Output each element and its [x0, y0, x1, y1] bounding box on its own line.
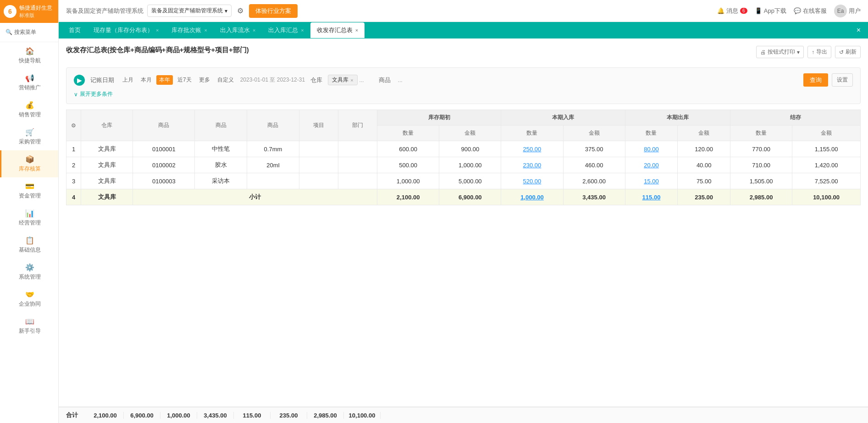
system-title: 装备及固定资产辅助管理系统	[66, 7, 144, 15]
print-button[interactable]: 🖨 按钮式打印 ▾	[756, 46, 804, 58]
date-opt-this-month[interactable]: 本月	[138, 75, 155, 85]
row-out-qty[interactable]: 15.00	[625, 173, 678, 189]
service-icon: 💬	[794, 7, 801, 14]
page-area: 收发存汇总表(按仓库+商品编码+商品+规格型号+项目+部门) 🖨 按钮式打印 ▾…	[59, 38, 868, 407]
tab-close-batch[interactable]: ×	[204, 27, 207, 33]
row-goods-spec	[247, 173, 299, 189]
goods-more[interactable]: ...	[398, 77, 403, 83]
th-department: 部门	[338, 110, 377, 141]
subtotal-row: 4 文具库 小计 2,100.00 6,900.00 1,000.00 3,43…	[66, 189, 861, 205]
subtotal-out-qty[interactable]: 115.00	[625, 189, 678, 205]
th-in-amt: 金额	[563, 126, 625, 141]
subtotal-warehouse: 文具库	[81, 189, 133, 205]
topbar: 装备及固定资产辅助管理系统 装备及固定资产辅助管理系统 ▾ ⚙ 体验行业方案 🔔…	[59, 0, 868, 22]
subtotal-out-amt: 235.00	[678, 189, 730, 205]
filter-bar: ▶ 记账日期 上月 本月 本年 近7天 更多 自定义 2023-01-01 至 …	[66, 67, 861, 104]
row-in-qty[interactable]: 230.00	[501, 157, 563, 173]
settings-button[interactable]: 设置	[832, 73, 853, 87]
sidebar-item-purchase[interactable]: 🛒 采购管理	[0, 123, 58, 150]
sidebar-item-inventory[interactable]: 📦 库存核算	[0, 150, 58, 177]
subtotal-in-qty[interactable]: 1,000.00	[501, 189, 563, 205]
system-dropdown[interactable]: 装备及固定资产辅助管理系统 ▾	[147, 5, 232, 17]
system-icon: ⚙️	[25, 263, 34, 272]
table-row: 3 文具库 0100003 采访本 1,000.00 5,000.00 520.…	[66, 173, 861, 189]
tab-inout-summary[interactable]: 出入库汇总 ×	[262, 22, 310, 38]
date-opt-custom[interactable]: 自定义	[215, 75, 237, 85]
footer-opening-amt: 6,900.00	[124, 412, 160, 419]
tab-home[interactable]: 首页	[62, 22, 87, 38]
online-service-item[interactable]: 💬 在线客服	[794, 7, 827, 15]
th-settings[interactable]: ⚙	[66, 110, 81, 141]
app-download-item[interactable]: 📱 App下载	[755, 7, 786, 15]
sidebar-item-operations[interactable]: 📊 经营管理	[0, 204, 58, 231]
subtotal-closing-qty: 2,985.00	[730, 189, 792, 205]
tab-close-inout-flow[interactable]: ×	[253, 27, 255, 33]
date-opt-this-year[interactable]: 本年	[156, 75, 173, 85]
table-row: 1 文具库 0100001 中性笔 0.7mm 600.00 900.00 25…	[66, 141, 861, 157]
warehouse-more[interactable]: ...	[359, 77, 364, 83]
tab-batch[interactable]: 库存批次账 ×	[165, 22, 213, 38]
date-options: 上月 本月 本年 近7天 更多 自定义 2023-01-01 至 2023-12…	[120, 75, 305, 85]
row-opening-amt: 900.00	[439, 141, 501, 157]
row-out-qty[interactable]: 80.00	[625, 141, 678, 157]
row-in-qty[interactable]: 520.00	[501, 173, 563, 189]
user-item[interactable]: Ea 用户	[834, 5, 861, 17]
trial-button[interactable]: 体验行业方案	[249, 4, 298, 18]
notifications-item[interactable]: 🔔 消息 6	[717, 7, 747, 15]
tabbar-close-button[interactable]: ×	[853, 24, 864, 36]
finance-icon: 💳	[25, 182, 34, 191]
row-closing-amt: 1,155.00	[792, 141, 861, 157]
sidebar-item-quick-nav[interactable]: 🏠 快捷导航	[0, 42, 58, 69]
sidebar-item-system[interactable]: ⚙️ 系统管理	[0, 258, 58, 286]
footer-values: 2,100.00 6,900.00 1,000.00 3,435.00 115.…	[87, 412, 381, 419]
row-closing-amt: 1,420.00	[792, 157, 861, 173]
th-in-qty: 数量	[501, 126, 563, 141]
row-out-amt: 40.00	[678, 157, 730, 173]
subtotal-opening-amt: 6,900.00	[439, 189, 501, 205]
sales-icon: 💰	[25, 101, 34, 110]
row-in-amt: 2,600.00	[563, 173, 625, 189]
footer-out-amt: 235.00	[271, 412, 307, 419]
row-goods-name: 胶水	[195, 157, 247, 173]
sidebar-item-sales[interactable]: 💰 销售管理	[0, 96, 58, 123]
date-filter-label: 记账日期	[90, 76, 114, 84]
marketing-icon: 📢	[25, 74, 34, 82]
sidebar-item-guide[interactable]: 📖 新手引导	[0, 313, 58, 340]
sidebar-item-enterprise[interactable]: 🤝 企业协同	[0, 286, 58, 313]
date-opt-more[interactable]: 更多	[196, 75, 213, 85]
sidebar-logo: 6 畅捷通好生意 标准版	[0, 0, 58, 23]
warehouse-label: 仓库	[310, 76, 322, 84]
sidebar-item-marketing[interactable]: 📢 营销推广	[0, 69, 58, 96]
refresh-button[interactable]: ↺ 刷新	[835, 46, 861, 58]
subtotal-in-amt: 3,435.00	[563, 189, 625, 205]
date-opt-7days[interactable]: 近7天	[175, 75, 194, 85]
logo-icon: 6	[4, 5, 17, 18]
row-out-qty[interactable]: 20.00	[625, 157, 678, 173]
tab-inout-flow[interactable]: 出入库流水 ×	[214, 22, 262, 38]
search-menu-button[interactable]: 🔍 搜索菜单	[4, 27, 55, 38]
search-icon: 🔍	[6, 29, 12, 35]
warehouse-tag-close[interactable]: ×	[350, 77, 353, 83]
tab-collect-summary[interactable]: 收发存汇总表 ×	[310, 22, 365, 38]
export-button[interactable]: ↑ 导出	[807, 46, 831, 58]
th-group-closing: 结存	[730, 110, 861, 126]
tab-stock-dist[interactable]: 现存量（库存分布表） ×	[87, 22, 165, 38]
topbar-left: 装备及固定资产辅助管理系统 装备及固定资产辅助管理系统 ▾ ⚙ 体验行业方案	[66, 4, 298, 18]
subtotal-closing-amt: 10,100.00	[792, 189, 861, 205]
row-in-qty[interactable]: 250.00	[501, 141, 563, 157]
sidebar-item-finance[interactable]: 💳 资金管理	[0, 177, 58, 204]
main-content: 装备及固定资产辅助管理系统 装备及固定资产辅助管理系统 ▾ ⚙ 体验行业方案 🔔…	[59, 0, 868, 423]
settings-icon[interactable]: ⚙	[235, 5, 245, 17]
footer-closing-qty: 2,985.00	[307, 412, 344, 419]
tab-close-inout-summary[interactable]: ×	[301, 27, 304, 33]
footer-closing-amt: 10,100.00	[344, 412, 381, 419]
warehouse-tag[interactable]: 文具库 ×	[328, 75, 357, 85]
th-goods-spec: 商品	[247, 110, 299, 141]
filter-toggle-button[interactable]: ▶	[74, 75, 85, 86]
expand-more-conditions[interactable]: ∨ 展开更多条件	[74, 90, 853, 98]
tab-close-stock-dist[interactable]: ×	[156, 27, 159, 33]
sidebar-item-basic-info[interactable]: 📋 基础信息	[0, 231, 58, 258]
tab-close-collect-summary[interactable]: ×	[355, 27, 358, 33]
query-button[interactable]: 查询	[803, 73, 828, 87]
date-opt-last-month[interactable]: 上月	[120, 75, 136, 85]
